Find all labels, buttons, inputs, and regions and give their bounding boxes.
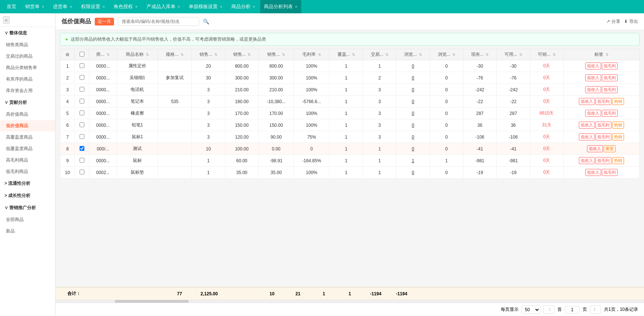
cell-checkbox[interactable] (75, 155, 89, 167)
close-icon[interactable]: × (295, 4, 297, 9)
select-all-checkbox[interactable] (80, 52, 84, 57)
cell-stock1: -106 (463, 131, 496, 143)
cell-stock2: -76 (497, 72, 530, 84)
sidebar-group-contribution[interactable]: ∨ 贡献分析 (0, 96, 55, 109)
sidebar-item-high-margin[interactable]: 高毛利商品 (0, 154, 55, 166)
sidebar-item-new-goods[interactable]: 新品 (0, 225, 55, 237)
cell-s3: -10,380... (258, 96, 294, 108)
cell-checkbox[interactable] (75, 143, 89, 155)
cell-view1[interactable]: 1 (396, 155, 430, 167)
cell-days: 0天 (530, 143, 563, 155)
close-icon[interactable]: × (70, 4, 72, 9)
row-checkbox[interactable] (80, 99, 84, 103)
cell-view1[interactable]: 0 (396, 167, 430, 179)
cell-tags: 低收入低毛利 (563, 167, 639, 179)
cell-checkbox[interactable] (75, 96, 89, 108)
cell-checkbox[interactable] (75, 167, 89, 179)
cell-checkbox[interactable] (75, 84, 89, 96)
cell-view1[interactable]: 0 (396, 60, 430, 72)
cell-tags: 低收入低毛利 (563, 72, 639, 84)
nav-template[interactable]: 单据模板设置 × (185, 0, 226, 13)
cell-view1[interactable]: 0 (396, 96, 430, 108)
cell-view1[interactable]: 0 (396, 131, 430, 143)
sidebar-item-high-coverage[interactable]: 高覆盖度商品 (0, 132, 55, 143)
export-button[interactable]: ⬇ 导出 (624, 18, 638, 25)
cell-trade: 3 (363, 108, 396, 119)
th-s3: 销售... ⇅ (258, 49, 294, 60)
nav-inbound[interactable]: 产成品入库单 × (143, 0, 184, 13)
cell-trade: 3 (363, 84, 396, 96)
close-icon[interactable]: × (42, 4, 44, 9)
cell-view1[interactable]: 0 (396, 119, 430, 131)
row-checkbox[interactable] (80, 170, 84, 174)
th-stock1: 现有... ⇅ (463, 49, 496, 60)
nav-goods-list[interactable]: 商品分析列表 × (260, 0, 301, 13)
close-icon[interactable]: × (220, 4, 222, 9)
close-icon[interactable]: × (178, 4, 180, 9)
page-input[interactable] (565, 306, 580, 313)
sidebar-group-growth[interactable]: > 成长性分析 (0, 190, 55, 202)
cell-checkbox[interactable] (75, 60, 89, 72)
row-checkbox[interactable] (80, 158, 84, 163)
next-page-btn[interactable]: 〉 (590, 305, 601, 314)
table-row: 100002...鼠标垫135.0035.00100%1100-19-190天低… (60, 167, 640, 179)
period-tag[interactable]: 近一月 (95, 18, 114, 26)
sidebar-item-low-margin[interactable]: 低毛利商品 (0, 166, 55, 177)
nav-roles[interactable]: 角色授权 × (110, 0, 141, 13)
sidebar-group-overall[interactable]: ∨ 整体信息 (0, 27, 55, 39)
nav-permissions[interactable]: 权限设置 × (77, 0, 108, 13)
row-checkbox[interactable] (80, 75, 84, 80)
cell-gross: -164.85% (294, 155, 329, 167)
table-header-row: ⚙ 商... ⇅ 商品名称 ⇅ 规格... ⇅ 销售... ⇅ 销售... ⇅ … (60, 49, 640, 60)
sidebar-group-marketing[interactable]: ∨ 营销推广分析 (0, 202, 55, 214)
cell-stock1: -30 (463, 60, 496, 72)
cell-checkbox[interactable] (75, 72, 89, 84)
cell-checkbox[interactable] (75, 119, 89, 131)
row-checkbox[interactable] (80, 134, 84, 139)
sidebar-item-stocked[interactable]: 有库序的商品 (0, 74, 55, 85)
sidebar-item-category-rate[interactable]: 商品分类销售率 (0, 62, 55, 74)
first-page-btn[interactable]: 〈 (543, 305, 554, 314)
cell-num: 9 (60, 155, 75, 167)
nav-sales[interactable]: 销货单 × (21, 0, 48, 13)
cell-checkbox[interactable] (75, 131, 89, 143)
nav-purchase[interactable]: 进货单 × (49, 0, 76, 13)
sidebar-group-circulation[interactable]: > 流通性分析 (0, 177, 55, 190)
row-checkbox[interactable] (80, 63, 84, 68)
row-checkbox[interactable] (80, 146, 84, 151)
close-icon[interactable]: × (135, 4, 137, 9)
tag-label: 低毛利 (596, 122, 611, 129)
cell-view1[interactable]: 0 (396, 72, 430, 84)
sidebar-collapse-btn[interactable]: « (3, 16, 10, 24)
sidebar-item-traded[interactable]: 交易过的商品 (0, 51, 55, 62)
total-info: 共1页，10条记录 (604, 306, 638, 313)
close-icon[interactable]: × (103, 4, 105, 9)
row-checkbox[interactable] (80, 87, 84, 92)
row-checkbox[interactable] (80, 111, 84, 115)
cell-view1[interactable]: 0 (396, 143, 430, 155)
search-icon[interactable]: 🔍 (203, 18, 209, 24)
settings-icon[interactable]: ⚙ (66, 52, 70, 57)
scroll-bar[interactable] (56, 300, 644, 303)
sidebar-item-low-value[interactable]: 低价值商品 (0, 120, 55, 132)
cell-view2: 0 (430, 60, 463, 72)
per-page-select[interactable]: 50 100 200 (521, 306, 540, 314)
cell-view1[interactable]: 0 (396, 84, 430, 96)
nav-home[interactable]: 首页 (3, 0, 20, 13)
close-icon[interactable]: × (253, 4, 255, 9)
tag-label: 热销 (612, 98, 624, 105)
th-gear[interactable]: ⚙ (60, 49, 75, 60)
cell-view1[interactable]: 0 (396, 108, 430, 119)
nav-goods-analysis[interactable]: 商品分析 × (228, 0, 259, 13)
th-checkbox[interactable] (75, 49, 89, 60)
search-input[interactable] (118, 17, 199, 26)
sidebar-item-sales-goods[interactable]: 销售类商品 (0, 39, 55, 51)
cell-checkbox[interactable] (75, 108, 89, 119)
sidebar-item-inventory-capital[interactable]: 库存资金占用 (0, 85, 55, 96)
row-checkbox[interactable] (80, 122, 84, 127)
page-label2: 页 (583, 306, 587, 313)
sidebar-item-low-coverage[interactable]: 低覆盖度商品 (0, 143, 55, 154)
sidebar-item-all-goods[interactable]: 全部商品 (0, 214, 55, 225)
share-button[interactable]: ↗ 分享 (606, 18, 620, 25)
sidebar-item-high-value[interactable]: 高价值商品 (0, 109, 55, 120)
